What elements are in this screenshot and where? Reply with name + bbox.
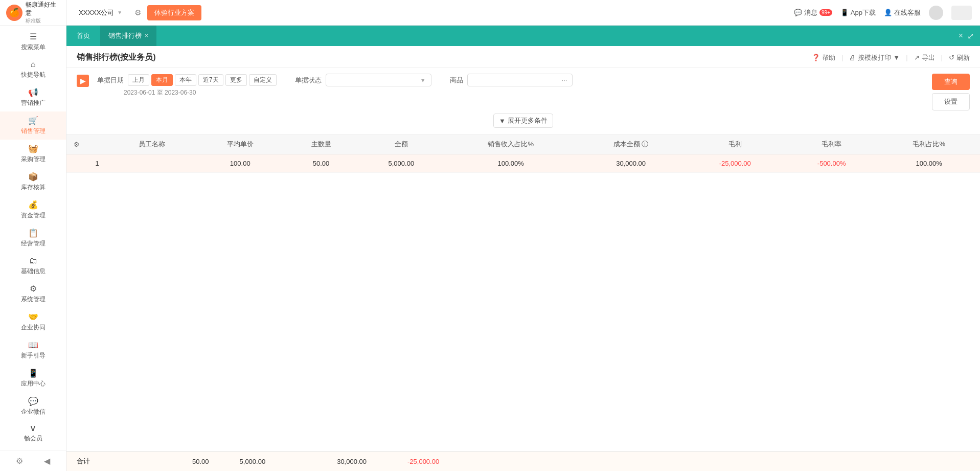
sidebar-item-purchase[interactable]: 🧺 采购管理 — [0, 140, 66, 168]
date-more-btn[interactable]: 更多 — [225, 74, 247, 86]
page-title: 销售排行榜(按业务员) — [77, 52, 156, 63]
divider2: | — [906, 54, 907, 61]
sidebar-item-wechat[interactable]: 💬 企业微信 — [0, 392, 66, 420]
date-curr-month-btn[interactable]: 本月 — [151, 74, 173, 86]
col-gross-rate-header: 毛利率 — [785, 134, 878, 154]
date-year-btn[interactable]: 本年 — [175, 74, 196, 86]
guide-icon: 📖 — [28, 340, 38, 350]
sidebar-bottom: ⚙ ◀ — [0, 451, 66, 471]
row-gross-ratio-cell: 100.00% — [878, 154, 980, 173]
filters-main: 单据日期 上月 本月 本年 近7天 更多 自定义 — [97, 74, 924, 97]
sales-icon: 🛒 — [28, 116, 38, 125]
sidebar-item-sales[interactable]: 🛒 销售管理 — [0, 111, 66, 140]
sidebar-logo: 🍊 畅康通好生意 标准版 — [0, 0, 66, 26]
sidebar-item-marketing[interactable]: 📢 营销推广 — [0, 83, 66, 111]
date-range-text: 2023-06-01 至 2023-06-30 — [124, 89, 196, 96]
row-amount-cell: 5,000.00 — [358, 154, 445, 173]
sidebar-item-label: 企业微信 — [21, 408, 45, 416]
user-menu[interactable] — [951, 6, 972, 20]
refresh-button[interactable]: ↺ 刷新 — [949, 53, 970, 62]
template-print-button[interactable]: 🖨 按模板打印 ▼ — [849, 53, 900, 62]
row-settings-cell — [66, 154, 87, 173]
footer-cost: 30,000.00 — [337, 458, 367, 465]
app-download-button[interactable]: 📱 App下载 — [840, 8, 876, 17]
main-area: XXXXX公司 ▼ ⚙ 体验行业方案 💬 消息 99+ 📱 App下载 👤 在线… — [66, 0, 980, 471]
sidebar-item-label: 基础信息 — [21, 267, 45, 276]
expand-more-button[interactable]: ▼ 展开更多条件 — [493, 114, 553, 128]
message-label: 消息 — [804, 8, 817, 17]
tab-home[interactable]: 首页 — [66, 26, 100, 46]
goods-field[interactable] — [473, 76, 559, 84]
tab-bar: 首页 销售排行榜 × × ⤢ — [66, 26, 980, 46]
export-button[interactable]: ↗ 导出 — [914, 53, 935, 62]
sidebar-item-search[interactable]: ☰ 搜索菜单 — [0, 28, 66, 56]
sidebar-item-shortcut[interactable]: ⌂ 快捷导航 — [0, 56, 66, 83]
try-solution-button[interactable]: 体验行业方案 — [147, 5, 201, 20]
settings-button[interactable]: 设置 — [932, 93, 970, 110]
sidebar-item-finance[interactable]: 💰 资金管理 — [0, 196, 66, 224]
page-header: 销售排行榜(按业务员) ❓ 帮助 | 🖨 按模板打印 ▼ | ↗ — [66, 46, 980, 68]
sidebar-item-label: 搜索菜单 — [21, 43, 45, 52]
user-avatar[interactable] — [929, 6, 943, 20]
sidebar-settings-icon[interactable]: ⚙ — [16, 456, 23, 466]
print-icon: 🖨 — [849, 54, 856, 61]
sidebar-item-label: 销售管理 — [21, 127, 45, 136]
tab-minimize-icon[interactable]: × — [959, 31, 963, 40]
query-button[interactable]: 查询 — [932, 74, 970, 90]
message-button[interactable]: 💬 消息 99+ — [794, 8, 832, 17]
sidebar-item-apps[interactable]: 📱 应用中心 — [0, 364, 66, 392]
divider3: | — [941, 54, 943, 61]
home-icon: ⌂ — [31, 60, 36, 69]
company-selector[interactable]: XXXXX公司 ▼ — [75, 6, 126, 19]
sidebar-item-inventory[interactable]: 📦 库存核算 — [0, 168, 66, 196]
filter-expand-arrow[interactable]: ▶ — [77, 75, 89, 87]
tab-sales-ranking[interactable]: 销售排行榜 × — [100, 26, 156, 46]
tab-expand-icon[interactable]: ⤢ — [967, 31, 974, 41]
status-label: 单据状态 — [295, 76, 322, 85]
app-logo-text: 畅康通好生意 标准版 — [26, 1, 60, 24]
sidebar-item-member[interactable]: V 畅会员 — [0, 420, 66, 447]
download-icon: 📱 — [840, 9, 849, 16]
company-settings-icon[interactable]: ⚙ — [134, 8, 141, 17]
sidebar-item-basic[interactable]: 🗂 基础信息 — [0, 252, 66, 280]
tab-close-icon[interactable]: × — [145, 32, 148, 39]
row-cost-cell: 30,000.00 — [577, 154, 685, 173]
col-settings-header[interactable]: ⚙ — [66, 134, 87, 154]
collab-icon: 🤝 — [28, 312, 38, 322]
sidebar-item-collab[interactable]: 🤝 企业协同 — [0, 308, 66, 336]
goods-more-icon: ··· — [562, 76, 567, 84]
sidebar: 🍊 畅康通好生意 标准版 ☰ 搜索菜单 ⌂ 快捷导航 📢 营销推广 🛒 销售管理… — [0, 0, 66, 471]
sidebar-item-operations[interactable]: 📋 经营管理 — [0, 224, 66, 252]
status-input[interactable]: ▼ — [326, 74, 431, 86]
table-footer: 合计 50.00 5,000.00 30,000.00 -25,000.00 — [66, 451, 980, 471]
service-icon: 👤 — [884, 9, 892, 16]
filter-area: ▶ 单据日期 上月 本月 本年 近7 — [66, 68, 980, 134]
sidebar-item-guide[interactable]: 📖 新手引导 — [0, 336, 66, 364]
table-settings-icon[interactable]: ⚙ — [74, 141, 80, 148]
date-custom-btn[interactable]: 自定义 — [249, 74, 277, 86]
print-caret-icon: ▼ — [893, 54, 900, 61]
status-field[interactable] — [331, 76, 417, 84]
sidebar-item-label: 系统管理 — [21, 295, 45, 304]
goods-label: 商品 — [450, 76, 463, 85]
page-container: 销售排行榜(按业务员) ❓ 帮助 | 🖨 按模板打印 ▼ | ↗ — [66, 46, 980, 471]
row-gross-cell: -25,000.00 — [685, 154, 785, 173]
marketing-icon: 📢 — [28, 87, 38, 97]
sidebar-item-label: 企业协同 — [21, 323, 45, 332]
help-icon: ❓ — [812, 54, 820, 61]
online-service-button[interactable]: 👤 在线客服 — [884, 8, 921, 17]
sidebar-item-system[interactable]: ⚙ 系统管理 — [0, 280, 66, 308]
apps-icon: 📱 — [28, 368, 38, 378]
date-prev-month-btn[interactable]: 上月 — [128, 74, 149, 86]
date-label: 单据日期 — [97, 76, 124, 85]
status-caret-icon: ▼ — [420, 77, 426, 83]
goods-input[interactable]: ··· — [467, 74, 573, 86]
export-label: 导出 — [922, 53, 935, 62]
date-options: 上月 本月 本年 近7天 更多 自定义 — [128, 74, 277, 86]
date-7days-btn[interactable]: 近7天 — [198, 74, 223, 86]
top-header: XXXXX公司 ▼ ⚙ 体验行业方案 💬 消息 99+ 📱 App下载 👤 在线… — [66, 0, 980, 26]
help-button[interactable]: ❓ 帮助 — [812, 53, 835, 62]
sidebar-item-label: 新手引导 — [21, 351, 45, 360]
app-logo-icon: 🍊 — [6, 5, 22, 21]
sidebar-collapse-icon[interactable]: ◀ — [44, 456, 50, 466]
